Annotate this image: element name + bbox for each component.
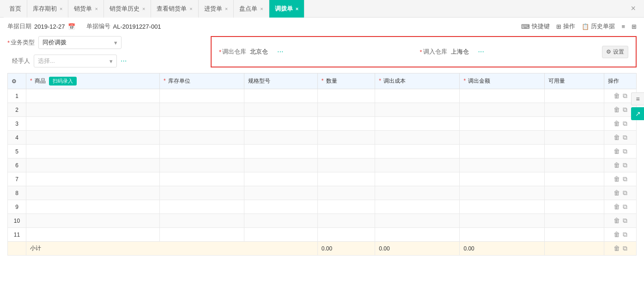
table-cell[interactable] <box>375 145 460 159</box>
table-cell[interactable] <box>460 131 544 145</box>
out-warehouse-more-button[interactable]: ··· <box>277 48 283 56</box>
table-cell[interactable] <box>26 172 160 186</box>
table-cell[interactable] <box>544 159 604 172</box>
table-cell[interactable] <box>317 186 375 200</box>
table-cell[interactable] <box>460 228 544 242</box>
table-cell[interactable] <box>26 200 160 214</box>
table-cell[interactable] <box>26 159 160 172</box>
delete-row-button[interactable]: 🗑 <box>614 120 620 128</box>
table-cell[interactable] <box>244 131 318 145</box>
table-cell[interactable] <box>317 200 375 214</box>
window-close-button[interactable]: × <box>626 4 640 13</box>
table-cell[interactable] <box>317 145 375 159</box>
table-cell[interactable] <box>317 214 375 228</box>
tab-sales-order[interactable]: 销货单 × <box>68 0 103 18</box>
table-cell[interactable] <box>244 172 318 186</box>
copy-row-button[interactable]: ⧉ <box>623 147 627 155</box>
copy-row-button[interactable]: ⧉ <box>623 106 627 114</box>
copy-row-button[interactable]: ⧉ <box>623 189 627 197</box>
table-cell[interactable] <box>544 186 604 200</box>
tab-inventory-init-close[interactable]: × <box>60 6 62 12</box>
table-cell[interactable] <box>244 228 318 242</box>
table-cell[interactable] <box>159 145 244 159</box>
table-cell[interactable] <box>375 214 460 228</box>
table-cell[interactable] <box>159 228 244 242</box>
delete-row-button[interactable]: 🗑 <box>614 231 620 238</box>
table-cell[interactable] <box>375 172 460 186</box>
table-cell[interactable] <box>26 214 160 228</box>
copy-subtotal-button[interactable]: ⧉ <box>623 244 627 252</box>
table-cell[interactable] <box>317 103 375 117</box>
delete-row-button[interactable]: 🗑 <box>614 92 620 100</box>
table-cell[interactable] <box>26 145 160 159</box>
layout-list-button[interactable]: ≡ <box>621 23 625 30</box>
delete-row-button[interactable]: 🗑 <box>614 217 620 225</box>
table-cell[interactable] <box>244 103 318 117</box>
table-cell[interactable] <box>544 200 604 214</box>
table-cell[interactable] <box>375 228 460 242</box>
table-cell[interactable] <box>244 159 318 172</box>
table-cell[interactable] <box>159 89 244 103</box>
table-cell[interactable] <box>159 172 244 186</box>
table-cell[interactable] <box>460 145 544 159</box>
table-cell[interactable] <box>159 186 244 200</box>
table-cell[interactable] <box>244 145 318 159</box>
settings-button[interactable]: ⚙ 设置 <box>602 46 628 58</box>
delete-row-button[interactable]: 🗑 <box>614 161 620 169</box>
table-cell[interactable] <box>26 186 160 200</box>
table-cell[interactable] <box>460 214 544 228</box>
table-cell[interactable] <box>26 89 160 103</box>
table-cell[interactable] <box>375 117 460 131</box>
tab-transfer-close[interactable]: × <box>296 6 298 12</box>
tab-view-sales-close[interactable]: × <box>189 6 192 12</box>
table-cell[interactable] <box>460 89 544 103</box>
tab-sales-history[interactable]: 销货单历史 × <box>104 0 151 18</box>
table-cell[interactable] <box>460 200 544 214</box>
copy-row-button[interactable]: ⧉ <box>623 161 627 169</box>
copy-row-button[interactable]: ⧉ <box>623 120 627 128</box>
tab-purchase-order[interactable]: 进货单 × <box>199 0 234 18</box>
copy-row-button[interactable]: ⧉ <box>623 231 627 238</box>
table-cell[interactable] <box>26 117 160 131</box>
table-cell[interactable] <box>26 131 160 145</box>
tab-inventory-init[interactable]: 库存期初 × <box>27 0 68 18</box>
table-cell[interactable] <box>375 89 460 103</box>
delete-row-button[interactable]: 🗑 <box>614 203 620 211</box>
table-cell[interactable] <box>544 131 604 145</box>
table-cell[interactable] <box>317 131 375 145</box>
shortcuts-button[interactable]: ⌨ 快捷键 <box>521 22 550 31</box>
tab-view-sales[interactable]: 查看销货单 × <box>151 0 198 18</box>
delete-row-button[interactable]: 🗑 <box>614 134 620 141</box>
table-cell[interactable] <box>460 159 544 172</box>
calendar-icon[interactable]: 📅 <box>68 23 75 30</box>
tab-stocktake[interactable]: 盘点单 × <box>234 0 269 18</box>
table-cell[interactable] <box>460 172 544 186</box>
table-cell[interactable] <box>544 89 604 103</box>
operations-button[interactable]: ⊞ 操作 <box>556 22 575 31</box>
table-cell[interactable] <box>159 159 244 172</box>
table-cell[interactable] <box>375 159 460 172</box>
table-cell[interactable] <box>375 186 460 200</box>
table-cell[interactable] <box>244 214 318 228</box>
delete-row-button[interactable]: 🗑 <box>614 147 620 155</box>
handler-more-button[interactable]: ··· <box>121 57 127 65</box>
delete-row-button[interactable]: 🗑 <box>614 106 620 114</box>
table-cell[interactable] <box>317 159 375 172</box>
copy-row-button[interactable]: ⧉ <box>623 92 627 100</box>
table-cell[interactable] <box>317 228 375 242</box>
table-cell[interactable] <box>544 103 604 117</box>
table-cell[interactable] <box>244 200 318 214</box>
copy-row-button[interactable]: ⧉ <box>623 134 627 141</box>
table-cell[interactable] <box>375 103 460 117</box>
delete-row-button[interactable]: 🗑 <box>614 189 620 197</box>
table-cell[interactable] <box>159 200 244 214</box>
table-cell[interactable] <box>544 172 604 186</box>
th-gear[interactable]: ⚙ <box>8 73 26 89</box>
float-export-button[interactable]: ↗ <box>631 107 644 120</box>
table-cell[interactable] <box>26 103 160 117</box>
table-cell[interactable] <box>375 131 460 145</box>
table-cell[interactable] <box>460 103 544 117</box>
tab-transfer[interactable]: 调拨单 × <box>269 0 304 18</box>
tab-purchase-order-close[interactable]: × <box>225 6 228 12</box>
delete-subtotal-button[interactable]: 🗑 <box>614 244 620 252</box>
